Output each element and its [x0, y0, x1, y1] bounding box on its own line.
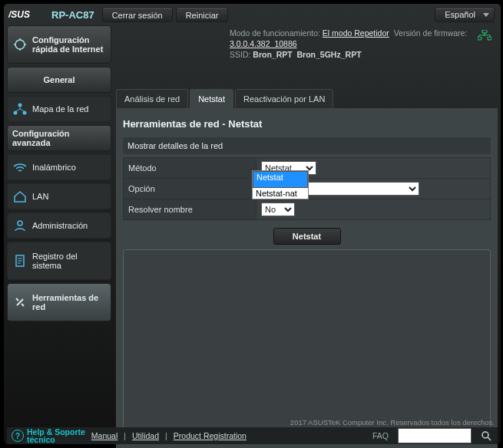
tools-icon	[12, 295, 28, 310]
user-icon	[12, 218, 28, 233]
logout-button[interactable]: Cerrar sesión	[102, 7, 173, 22]
copyright: 2017 ASUSTeK Computer Inc. Reservados to…	[290, 418, 495, 427]
row-label: Método	[124, 158, 256, 179]
sidebar-admin[interactable]: Administración	[7, 212, 111, 239]
model-name: RP-AC87	[50, 9, 94, 21]
search-icon	[481, 430, 491, 441]
resolve-select[interactable]: No	[261, 203, 295, 216]
language-dropdown[interactable]: Español	[435, 7, 495, 22]
sidebar-item-label: Configuración	[32, 35, 103, 44]
utility-link[interactable]: Utilidad	[132, 431, 159, 440]
sidebar-header-general: General	[7, 67, 111, 93]
sidebar-lan[interactable]: LAN	[7, 183, 111, 209]
sitemap-icon[interactable]	[478, 30, 491, 41]
op-mode-link[interactable]: El modo Repetidor	[323, 28, 389, 38]
svg-text:/SUS: /SUS	[8, 10, 30, 19]
sidebar-syslog[interactable]: Registro del sistema	[7, 242, 111, 280]
brand: /SUS RP-AC87	[8, 9, 94, 21]
svg-point-2	[18, 104, 22, 107]
reboot-button[interactable]: Reiniciar	[176, 7, 229, 22]
document-icon	[12, 253, 28, 268]
panel-title: Herramientas de red - Netstat	[123, 118, 491, 130]
tab-bar: Análisis de red Netstat Reactivación por…	[116, 89, 498, 109]
manual-link[interactable]: Manual	[91, 431, 117, 440]
sidebar-item-label: Administración	[32, 221, 88, 230]
method-dropdown-list: Netstat Netstat-nat	[252, 170, 309, 199]
dropdown-option[interactable]: Netstat-nat	[253, 188, 308, 199]
footer: ? Help & Soporte técnico Manual| Utilida…	[7, 427, 498, 444]
status-strip: Modo de funcionamiento: El modo Repetido…	[116, 25, 498, 64]
chevron-down-icon	[483, 13, 489, 17]
language-label: Español	[445, 7, 475, 22]
sidebar-quick-setup[interactable]: Configuración rápida de Internet	[7, 25, 111, 64]
sidebar-item-label: rápida de Internet	[32, 44, 103, 54]
faq-search-input[interactable]	[398, 428, 472, 443]
tab-netstat[interactable]: Netstat	[190, 89, 233, 108]
gear-globe-icon	[12, 37, 28, 52]
sidebar-item-label: Registro del	[32, 252, 78, 261]
help-icon: ?	[12, 430, 24, 442]
search-button[interactable]	[479, 429, 493, 443]
output-area[interactable]	[123, 249, 491, 440]
network-icon	[12, 101, 28, 117]
sidebar-item-label: LAN	[32, 192, 48, 201]
help-link[interactable]: ? Help & Soporte técnico	[12, 428, 85, 443]
faq-label: FAQ	[372, 431, 389, 440]
sidebar-item-label: Herramientas de	[32, 293, 98, 302]
dropdown-option[interactable]: Netstat	[253, 171, 308, 188]
wifi-icon	[12, 160, 28, 175]
svg-point-5	[18, 221, 22, 226]
content-panel: Herramientas de red - Netstat Mostrar de…	[116, 109, 498, 448]
sidebar-nettools[interactable]: Herramientas de red	[7, 283, 111, 321]
sidebar-network-map[interactable]: Mapa de la red	[7, 96, 111, 122]
ssid-5: Bron_5GHz_RPT	[297, 50, 362, 59]
row-label: Resolver nombre	[124, 199, 256, 220]
svg-rect-7	[482, 30, 487, 33]
sidebar-item-label: sistema	[32, 261, 78, 270]
fw-version-link[interactable]: 3.0.0.4.382_10886	[230, 39, 297, 48]
netstat-button[interactable]: Netstat	[273, 228, 341, 245]
sidebar-item-label: Mapa de la red	[32, 104, 88, 114]
sidebar: Configuración rápida de Internet General…	[7, 25, 111, 427]
home-icon	[12, 189, 28, 204]
sidebar-header-advanced: Configuración avanzada	[7, 125, 111, 151]
sidebar-item-label: red	[32, 302, 98, 311]
sidebar-wireless[interactable]: Inalámbrico	[7, 154, 111, 180]
sidebar-item-label: Inalámbrico	[32, 163, 76, 172]
product-reg-link[interactable]: Product Registration	[174, 431, 247, 440]
tab-wol[interactable]: Reactivación por LAN	[235, 89, 333, 108]
asus-logo: /SUS	[8, 10, 45, 19]
svg-rect-8	[478, 37, 481, 40]
svg-point-4	[23, 111, 27, 115]
row-label: Opción	[124, 179, 256, 199]
tab-analysis[interactable]: Análisis de red	[116, 89, 188, 108]
svg-rect-9	[488, 37, 491, 40]
ssid-24: Bron_RPT	[253, 50, 292, 59]
svg-point-10	[482, 432, 488, 438]
svg-point-3	[14, 111, 18, 115]
section-header: Mostrar detalles de la red	[123, 137, 491, 154]
svg-point-1	[15, 40, 25, 49]
